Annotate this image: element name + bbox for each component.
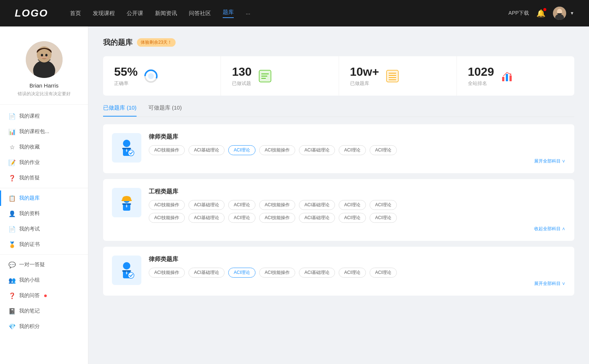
nav-questions[interactable]: 题库 — [223, 9, 234, 18]
sidebar-item-certificate[interactable]: 🏅 我的证书 — [0, 237, 88, 252]
bank-title-lawyer-1: 律师类题库 — [149, 133, 565, 141]
nav-discover[interactable]: 发现课程 — [93, 10, 115, 17]
notification-badge — [543, 8, 546, 11]
tabs-row: 已做题库 (10) 可做题库 (10) — [103, 104, 574, 117]
sidebar: Brian Harris 错误的决定比没有决定要好 📄 我的课程 📊 我的课程包… — [0, 26, 88, 364]
sidebar-item-favorites[interactable]: ☆ 我的收藏 — [0, 139, 88, 155]
nav-more[interactable]: ··· — [246, 10, 250, 17]
sidebar-item-my-qa[interactable]: ❓ 我的问答 — [0, 288, 88, 303]
eng2-tag-0[interactable]: ACI技能操作 — [149, 213, 185, 223]
bank-title-lawyer-2: 律师类题库 — [149, 256, 565, 263]
sidebar-item-homework[interactable]: 📝 我的作业 — [0, 155, 88, 170]
tag-1[interactable]: ACI基础理论 — [188, 145, 225, 155]
eng-tag-0[interactable]: ACI技能操作 — [149, 200, 185, 210]
stat-rank: 1029 全站排名 — [457, 56, 574, 96]
l2-tag-4[interactable]: ACI基础理论 — [299, 268, 335, 278]
eng-tag-6[interactable]: ACI理论 — [370, 200, 397, 210]
expand-link-lawyer-1[interactable]: 展开全部科目 ∨ — [149, 158, 565, 164]
svg-point-42 — [128, 272, 134, 278]
profile-motto: 错误的决定比没有决定要好 — [18, 91, 71, 97]
tag-4[interactable]: ACI基础理论 — [299, 145, 335, 155]
svg-point-13 — [148, 73, 154, 79]
accuracy-label: 正确率 — [114, 80, 138, 87]
eng2-tag-6[interactable]: ACI理论 — [370, 213, 397, 223]
svg-rect-19 — [387, 70, 398, 82]
sidebar-item-profile[interactable]: 👤 我的资料 — [0, 206, 88, 221]
logo[interactable]: LOGO — [15, 7, 48, 19]
sidebar-item-exam[interactable]: 📄 我的考试 — [0, 221, 88, 237]
l2-tag-6[interactable]: ACI理论 — [370, 268, 397, 278]
sidebar-item-group[interactable]: 👥 我的小组 — [0, 272, 88, 288]
tab-available-banks[interactable]: 可做题库 (10) — [148, 104, 182, 117]
eng2-tag-3[interactable]: ACI技能操作 — [259, 213, 295, 223]
done-questions-value: 130 — [232, 65, 251, 79]
tag-3[interactable]: ACI技能操作 — [259, 145, 295, 155]
nav-open-course[interactable]: 公开课 — [127, 10, 143, 17]
sidebar-item-course-package[interactable]: 📊 我的课程包... — [0, 124, 88, 139]
l2-tag-3[interactable]: ACI技能操作 — [259, 268, 295, 278]
bank-content-lawyer-2: 律师类题库 ACI技能操作 ACI基础理论 ACI理论 ACI技能操作 ACI基… — [149, 256, 565, 287]
nav-qa[interactable]: 问答社区 — [189, 10, 211, 17]
tag-0[interactable]: ACI技能操作 — [149, 145, 185, 155]
eng2-tag-5[interactable]: ACI理论 — [339, 213, 366, 223]
svg-rect-26 — [506, 74, 508, 81]
collapse-link-engineer[interactable]: 收起全部科目 ∧ — [149, 226, 565, 232]
notification-bell[interactable]: 🔔 — [536, 9, 546, 18]
stat-done-questions: 130 已做试题 — [221, 56, 339, 96]
eng-tag-2[interactable]: ACI理论 — [228, 200, 255, 210]
sidebar-item-questions[interactable]: ❓ 我的答疑 — [0, 170, 88, 186]
sidebar-menu: 📄 我的课程 📊 我的课程包... ☆ 我的收藏 📝 我的作业 ❓ 我的答疑 � — [0, 105, 88, 338]
tag-5[interactable]: ACI理论 — [339, 145, 366, 155]
profile-section: Brian Harris 错误的决定比没有决定要好 — [0, 38, 88, 105]
eng-tag-4[interactable]: ACI基础理论 — [299, 200, 335, 210]
eng2-tag-2[interactable]: ACI理论 — [228, 213, 255, 223]
user-menu[interactable]: ▼ — [553, 7, 574, 20]
svg-point-9 — [40, 56, 44, 58]
l2-tag-1[interactable]: ACI基础理论 — [188, 268, 225, 278]
eng2-tag-1[interactable]: ACI基础理论 — [188, 213, 225, 223]
tags-row-engineer-2: ACI技能操作 ACI基础理论 ACI理论 ACI技能操作 ACI基础理论 AC… — [149, 213, 565, 223]
accuracy-icon — [144, 69, 158, 83]
bank-card-lawyer-1: 律师类题库 ACI技能操作 ACI基础理论 ACI理论 ACI技能操作 ACI基… — [103, 124, 574, 173]
points-icon: 💎 — [9, 323, 15, 330]
bank-card-engineer: 工程类题库 ACI技能操作 ACI基础理论 ACI理论 ACI技能操作 ACI基… — [103, 179, 574, 241]
sidebar-item-points[interactable]: 💎 我的积分 — [0, 319, 88, 334]
done-banks-value: 10w+ — [350, 65, 379, 79]
question-icon: ❓ — [9, 175, 15, 181]
tag-6[interactable]: ACI理论 — [370, 145, 397, 155]
eng-tag-1[interactable]: ACI基础理论 — [188, 200, 225, 210]
sidebar-item-question-bank[interactable]: 📋 我的题库 — [0, 190, 88, 206]
page-header: 我的题库 体验剩余23天！ — [103, 38, 574, 47]
page-wrapper: Brian Harris 错误的决定比没有决定要好 📄 我的课程 📊 我的课程包… — [0, 26, 589, 364]
tag-2-active[interactable]: ACI理论 — [228, 145, 255, 155]
nav-news[interactable]: 新闻资讯 — [155, 10, 177, 17]
l2-tag-2-active[interactable]: ACI理论 — [228, 268, 255, 278]
trial-badge: 体验剩余23天！ — [137, 38, 176, 47]
navbar: LOGO 首页 发现课程 公开课 新闻资讯 问答社区 题库 ··· APP下载 … — [0, 0, 589, 26]
stat-done-banks: 10w+ 已做题库 — [339, 56, 457, 96]
eng-tag-3[interactable]: ACI技能操作 — [259, 200, 295, 210]
avatar-dropdown-icon: ▼ — [570, 11, 574, 16]
l2-tag-0[interactable]: ACI技能操作 — [149, 268, 185, 278]
bank-content-lawyer-1: 律师类题库 ACI技能操作 ACI基础理论 ACI理论 ACI技能操作 ACI基… — [149, 133, 565, 164]
question-bank-icon: 📋 — [9, 195, 15, 201]
done-banks-icon — [385, 69, 400, 83]
expand-link-lawyer-2[interactable]: 展开全部科目 ∨ — [149, 281, 565, 287]
done-questions-label: 已做试题 — [232, 80, 251, 87]
sidebar-divider-1 — [0, 188, 88, 188]
app-download-link[interactable]: APP下载 — [508, 10, 529, 17]
navbar-right: APP下载 🔔 ▼ — [508, 7, 574, 20]
rank-icon — [500, 69, 515, 83]
group-icon: 👥 — [9, 277, 15, 283]
eng2-tag-4[interactable]: ACI基础理论 — [299, 213, 335, 223]
sidebar-item-one-on-one[interactable]: 💬 一对一答疑 — [0, 257, 88, 272]
l2-tag-5[interactable]: ACI理论 — [339, 268, 366, 278]
eng-tag-5[interactable]: ACI理论 — [339, 200, 366, 210]
sidebar-item-notes[interactable]: 📓 我的笔记 — [0, 303, 88, 319]
sidebar-item-my-course[interactable]: 📄 我的课程 — [0, 108, 88, 124]
certificate-icon: 🏅 — [9, 241, 15, 248]
bank-content-engineer: 工程类题库 ACI技能操作 ACI基础理论 ACI理论 ACI技能操作 ACI基… — [149, 188, 565, 232]
nav-home[interactable]: 首页 — [70, 10, 81, 17]
svg-point-7 — [41, 54, 43, 57]
tab-done-banks[interactable]: 已做题库 (10) — [103, 104, 137, 117]
